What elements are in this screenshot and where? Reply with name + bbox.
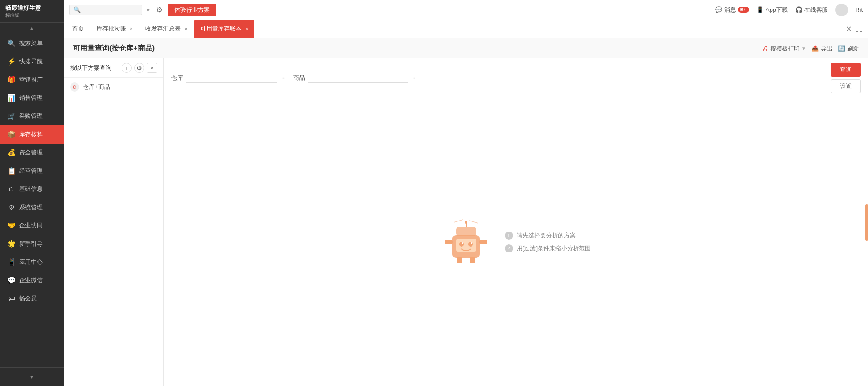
trial-btn[interactable]: 体验行业方案: [168, 4, 216, 16]
sidebar-item-operation[interactable]: 📋 经营管理: [0, 162, 64, 180]
sidebar-item-marketing[interactable]: 🎁 营销推广: [0, 71, 64, 89]
query-btn[interactable]: 查询: [831, 63, 861, 77]
enterprise-icon: 🤝: [7, 221, 15, 230]
settings-btn[interactable]: 设置: [831, 79, 861, 93]
sidebar-item-label-sales: 销售管理: [19, 94, 43, 102]
scroll-down-btn[interactable]: ▼: [0, 371, 64, 382]
close-tab-btn[interactable]: ✕: [846, 25, 852, 33]
expand-tab-btn[interactable]: ⛶: [855, 25, 863, 33]
user-avatar[interactable]: [835, 4, 848, 16]
tab-available-close-icon[interactable]: ×: [245, 26, 248, 31]
template-print-btn[interactable]: 🖨 按模板打印 ▼: [762, 45, 806, 53]
template-print-label: 按模板打印: [770, 45, 800, 53]
sidebar-item-system[interactable]: ⚙ 系统管理: [0, 198, 64, 216]
filter-header-actions: + ⚙ «: [122, 63, 157, 73]
filter-add-btn[interactable]: +: [122, 63, 132, 73]
filter-settings-btn[interactable]: ⚙: [134, 63, 144, 73]
online-service-btn[interactable]: 🎧 在线客服: [795, 6, 828, 14]
sales-icon: 📊: [7, 94, 15, 102]
warehouse-more-btn[interactable]: ···: [281, 75, 286, 81]
filter-header: 按以下方案查询 + ⚙ «: [64, 58, 163, 78]
messages-label: 消息: [724, 6, 736, 14]
right-scrollbar[interactable]: [865, 204, 868, 241]
search-menu-icon: 🔍: [7, 39, 15, 47]
topbar-right: 💬 消息 99+ 📱 App下载 🎧 在线客服 Rit: [715, 4, 863, 16]
tab-summary-label: 收发存汇总表: [145, 25, 181, 33]
sidebar-item-label-enterprise: 企业协同: [19, 221, 43, 230]
app-subtitle: 标准版: [5, 12, 58, 19]
topbar-search-box: 🔍: [69, 5, 142, 15]
app-download-btn[interactable]: 📱 App下载: [756, 6, 788, 14]
goods-input[interactable]: [308, 73, 408, 83]
content-area: 按以下方案查询 + ⚙ « ⚙ 仓库+商品 仓库: [64, 58, 868, 386]
sidebar-item-base[interactable]: 🗂 基础信息: [0, 180, 64, 198]
main-area: 🔍 ▼ ⚙ 体验行业方案 💬 消息 99+ 📱 App下载 🎧 在线客服 Rit: [64, 0, 868, 386]
sidebar-item-appcenter[interactable]: 📱 应用中心: [0, 253, 64, 271]
sidebar-item-wechat[interactable]: 💬 企业微信: [0, 271, 64, 289]
sidebar-item-purchase[interactable]: 🛒 采购管理: [0, 107, 64, 125]
username-label: Rit: [855, 6, 863, 13]
refresh-label: 刷新: [847, 45, 859, 53]
scroll-up-btn[interactable]: ▲: [30, 26, 35, 31]
tab-available[interactable]: 可用量库存账本 ×: [194, 20, 254, 38]
empty-state: 1 请先选择要分析的方案 2 用[过滤]条件来缩小分析范围: [164, 98, 868, 386]
filter-collapse-btn[interactable]: «: [147, 63, 157, 73]
filter-settings-icon: ⚙: [137, 65, 142, 72]
tab-home-label: 首页: [72, 25, 84, 33]
svg-rect-7: [470, 257, 475, 263]
refresh-btn[interactable]: 🔄 刷新: [838, 45, 859, 53]
sidebar-item-enterprise[interactable]: 🤝 企业协同: [0, 216, 64, 235]
warehouse-filter: 仓库 ···: [171, 73, 286, 83]
sidebar-item-sales[interactable]: 📊 销售管理: [0, 89, 64, 107]
phone-icon: 📱: [756, 6, 764, 13]
tab-available-label: 可用量库存账本: [200, 25, 242, 33]
goods-more-btn[interactable]: ···: [412, 75, 417, 81]
warehouse-input[interactable]: [186, 73, 277, 83]
filter-item-warehouse-goods[interactable]: ⚙ 仓库+商品: [64, 78, 163, 96]
svg-rect-10: [456, 227, 476, 236]
topbar-gear-icon[interactable]: ⚙: [154, 4, 164, 16]
sidebar-item-guide[interactable]: 🌟 新手引导: [0, 235, 64, 253]
shortcut-icon: ⚡: [7, 57, 15, 66]
search-input[interactable]: [82, 7, 128, 13]
print-chevron-icon[interactable]: ▼: [802, 46, 806, 51]
tab-summary[interactable]: 收发存汇总表 ×: [139, 20, 193, 38]
topbar: 🔍 ▼ ⚙ 体验行业方案 💬 消息 99+ 📱 App下载 🎧 在线客服 Rit: [64, 0, 868, 20]
goods-filter: 商品 ···: [293, 73, 417, 83]
tabs-bar: 首页 库存批次账 × 收发存汇总表 × 可用量库存账本 × ✕ ⛶: [64, 20, 868, 38]
tab-batch[interactable]: 库存批次账 ×: [90, 20, 139, 38]
purchase-icon: 🛒: [7, 112, 15, 120]
sidebar-item-search[interactable]: 🔍 搜索菜单: [0, 34, 64, 52]
tab-summary-close-icon[interactable]: ×: [184, 26, 187, 31]
messages-btn[interactable]: 💬 消息 99+: [715, 6, 749, 14]
page-actions: 🖨 按模板打印 ▼ 📤 导出 🔄 刷新: [762, 45, 859, 53]
sidebar-item-label-base: 基础信息: [19, 185, 43, 193]
hint-1: 1 请先选择要分析的方案: [505, 232, 591, 240]
export-btn[interactable]: 📤 导出: [812, 45, 832, 53]
sidebar-item-label-appcenter: 应用中心: [19, 258, 43, 266]
empty-illustration: [441, 217, 491, 267]
messages-badge: 99+: [738, 7, 749, 13]
appcenter-icon: 📱: [7, 258, 15, 266]
tab-home[interactable]: 首页: [66, 20, 90, 38]
sidebar-item-inventory[interactable]: 📦 库存核算: [0, 125, 64, 144]
query-panel: 仓库 ··· 商品 ··· 查询 设置: [164, 58, 868, 386]
sidebar-logo: 畅康通好生意 标准版: [0, 0, 64, 23]
sidebar-item-member[interactable]: 🏷 畅会员: [0, 289, 64, 308]
tab-batch-close-icon[interactable]: ×: [130, 26, 132, 31]
sidebar-item-finance[interactable]: 💰 资金管理: [0, 144, 64, 162]
filter-panel: 按以下方案查询 + ⚙ « ⚙ 仓库+商品: [64, 58, 164, 386]
sidebar-item-label-guide: 新手引导: [19, 240, 43, 248]
svg-point-5: [471, 242, 472, 244]
warehouse-label: 仓库: [171, 74, 183, 82]
sidebar-item-label-operation: 经营管理: [19, 167, 43, 175]
sidebar-item-label-system: 系统管理: [19, 203, 43, 211]
sidebar-item-label-finance: 资金管理: [19, 149, 43, 157]
filter-item-icon: ⚙: [70, 82, 79, 92]
query-filters-bar: 仓库 ··· 商品 ··· 查询 设置: [164, 58, 868, 98]
system-icon: ⚙: [7, 203, 15, 211]
wechat-icon: 💬: [7, 276, 15, 284]
search-icon: 🔍: [73, 6, 81, 13]
topbar-chevron-icon[interactable]: ▼: [146, 7, 151, 13]
sidebar-item-shortcut[interactable]: ⚡ 快捷导航: [0, 52, 64, 71]
